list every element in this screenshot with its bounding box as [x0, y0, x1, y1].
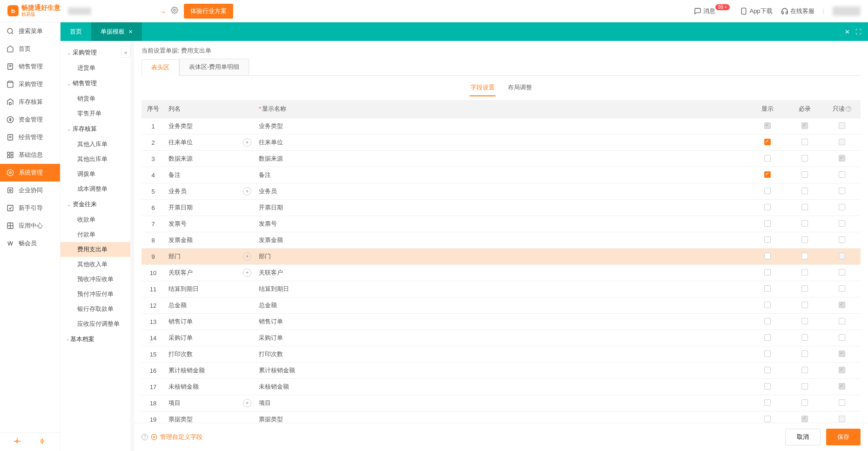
table-row[interactable]: 2 往来单位 + 往来单位 — [141, 135, 861, 151]
sidebar-collapse-button[interactable]: « — [121, 47, 130, 58]
panel-tab[interactable]: 表体区-费用单明细 — [179, 59, 249, 75]
checkbox[interactable] — [764, 269, 771, 276]
sec-item[interactable]: 其他入库单 — [61, 137, 130, 152]
cell-display[interactable]: 采购订单 — [255, 330, 749, 346]
cell-display[interactable]: 发票号 — [255, 216, 749, 232]
tab-home[interactable]: 首页 — [61, 22, 91, 41]
cell-display[interactable]: 结算到期日 — [255, 281, 749, 297]
table-row[interactable]: 5 业务员 + 业务员 — [141, 183, 861, 200]
checkbox[interactable] — [764, 302, 771, 308]
checkbox[interactable] — [801, 383, 808, 390]
sidebar-item-inventory[interactable]: 库存核算 — [0, 93, 60, 111]
table-row[interactable]: 18 项目 + 项目 — [141, 395, 861, 411]
add-icon[interactable]: + — [243, 252, 251, 261]
checkbox[interactable] — [801, 139, 808, 145]
sec-group-title[interactable]: ⌄资金往来 — [61, 196, 130, 212]
checkbox[interactable] — [801, 236, 808, 243]
checkbox[interactable] — [801, 318, 808, 324]
table-row[interactable]: 3 数据来源 数据来源 — [141, 151, 861, 167]
checkbox[interactable] — [839, 220, 845, 227]
cell-display[interactable]: 备注 — [255, 167, 749, 183]
checkbox[interactable] — [839, 285, 845, 292]
cell-display[interactable]: 数据来源 — [255, 151, 749, 167]
checkbox[interactable] — [764, 236, 771, 243]
table-row[interactable]: 6 开票日期 开票日期 — [141, 200, 861, 216]
checkbox[interactable] — [801, 302, 808, 308]
table-row[interactable]: 8 发票金额 发票金额 — [141, 232, 861, 249]
checkbox[interactable] — [839, 399, 845, 406]
checkbox[interactable] — [801, 155, 808, 162]
sec-item[interactable]: 成本调整单 — [61, 182, 130, 196]
tab-close-icon[interactable]: ✕ — [128, 29, 133, 35]
cell-display[interactable]: 销售订单 — [255, 314, 749, 330]
sec-item[interactable]: 费用支出单 — [61, 242, 130, 257]
sidebar-item-system[interactable]: 系统管理 — [0, 164, 60, 182]
checkbox[interactable] — [764, 367, 771, 373]
table-row[interactable]: 17 未核销金额 未核销金额 — [141, 379, 861, 395]
cell-display[interactable]: 业务员 — [255, 183, 749, 200]
checkbox[interactable] — [801, 334, 808, 341]
checkbox[interactable] — [764, 334, 771, 341]
table-row[interactable]: 4 备注 备注 — [141, 167, 861, 183]
checkbox[interactable] — [764, 383, 771, 390]
checkbox[interactable] — [801, 204, 808, 210]
checkbox[interactable] — [801, 253, 808, 259]
app-download-link[interactable]: App下载 — [740, 7, 772, 15]
sec-item[interactable]: 零售开单 — [61, 106, 130, 121]
checkbox[interactable] — [839, 236, 845, 243]
sec-group-title[interactable]: ›基本档案 — [61, 331, 130, 347]
sec-item[interactable]: 销货单 — [61, 91, 130, 106]
table-row[interactable]: 12 总金额 总金额 — [141, 297, 861, 314]
add-icon[interactable]: + — [243, 269, 251, 277]
sidebar-item-funds[interactable]: 资金管理 — [0, 111, 60, 128]
checkbox[interactable] — [839, 334, 845, 341]
table-row[interactable]: 1 业务类型 业务类型 — [141, 118, 861, 135]
checkbox[interactable] — [764, 139, 771, 145]
checkbox[interactable] — [801, 220, 808, 227]
sidebar-item-operation[interactable]: 经营管理 — [0, 128, 60, 146]
table-row[interactable]: 16 累计核销金额 累计核销金额 — [141, 363, 861, 379]
checkbox[interactable] — [839, 204, 845, 210]
checkbox[interactable] — [801, 367, 808, 373]
cancel-button[interactable]: 取消 — [785, 429, 821, 445]
checkbox[interactable] — [764, 155, 771, 162]
sec-item[interactable]: 进货单 — [61, 61, 130, 75]
sec-item[interactable]: 应收应付调整单 — [61, 316, 130, 331]
tab-template[interactable]: 单据模板✕ — [91, 22, 142, 41]
checkbox[interactable] — [764, 350, 771, 357]
sidebar-item-appcenter[interactable]: 应用中心 — [0, 217, 60, 235]
sidebar-settings-icon[interactable] — [13, 438, 21, 446]
cell-display[interactable]: 项目 — [255, 395, 749, 411]
cell-display[interactable]: 票据类型 — [255, 411, 749, 423]
checkbox[interactable] — [764, 285, 771, 292]
checkbox[interactable] — [801, 399, 808, 406]
table-row[interactable]: 14 采购订单 采购订单 — [141, 330, 861, 346]
sec-group-title[interactable]: ⌄采购管理 — [61, 45, 130, 61]
checkbox[interactable] — [764, 204, 771, 210]
checkbox[interactable] — [801, 285, 808, 292]
help-icon[interactable]: ? — [846, 106, 851, 112]
tab-close-all-icon[interactable]: ✕ — [845, 28, 850, 35]
cell-display[interactable]: 开票日期 — [255, 200, 749, 216]
sec-item[interactable]: 银行存取款单 — [61, 302, 130, 316]
sec-item[interactable]: 其他收入单 — [61, 257, 130, 272]
table-row[interactable]: 7 发票号 发票号 — [141, 216, 861, 232]
checkbox[interactable] — [764, 253, 771, 259]
table-row[interactable]: 19 票据类型 票据类型 — [141, 411, 861, 423]
table-row[interactable]: 10 关联客户 + 关联客户 — [141, 265, 861, 281]
save-button[interactable]: 保存 — [826, 429, 861, 445]
checkbox[interactable] — [801, 188, 808, 194]
logo[interactable]: b 畅捷通好生意 精易版 — [7, 4, 61, 18]
sidebar-item-member[interactable]: 畅会员 — [0, 235, 60, 252]
table-row[interactable]: 11 结算到期日 结算到期日 — [141, 281, 861, 297]
table-row[interactable]: 15 打印次数 打印次数 — [141, 346, 861, 363]
sidebar-item-search[interactable]: 搜索菜单 — [0, 22, 60, 40]
checkbox[interactable] — [839, 171, 845, 178]
industry-button[interactable]: 体验行业方案 — [184, 4, 233, 19]
cell-display[interactable]: 累计核销金额 — [255, 363, 749, 379]
table-row[interactable]: 9 部门 + 部门 — [141, 249, 861, 265]
checkbox[interactable] — [764, 171, 771, 178]
add-icon[interactable]: + — [243, 187, 251, 195]
sec-item[interactable]: 收款单 — [61, 212, 130, 227]
settings-gear-icon[interactable] — [171, 7, 178, 15]
